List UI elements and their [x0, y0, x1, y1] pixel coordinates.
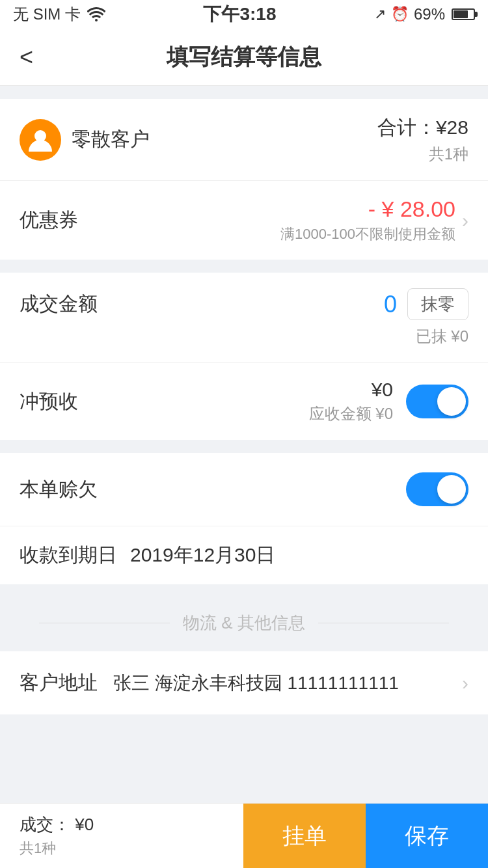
- prereceive-toggle[interactable]: [406, 385, 468, 418]
- debt-toggle-knob: [437, 475, 466, 504]
- hold-button-label: 挂单: [282, 821, 327, 851]
- prereceive-right: ¥0 应收金额 ¥0: [309, 379, 468, 424]
- debt-label: 本单赊欠: [20, 476, 98, 503]
- section-divider-2: [0, 260, 488, 273]
- save-button[interactable]: 保存: [366, 804, 488, 868]
- debt-toggle[interactable]: [406, 472, 468, 506]
- status-left: 无 SIM 卡: [13, 4, 105, 25]
- logistics-label: 物流 & 其他信息: [183, 612, 305, 634]
- toggle-knob: [437, 387, 466, 416]
- logistics-line-left: [39, 623, 170, 623]
- back-button[interactable]: <: [20, 44, 33, 71]
- page-title: 填写结算等信息: [167, 42, 321, 72]
- due-date-label: 收款到期日: [20, 542, 117, 569]
- logistics-line-right: [318, 623, 449, 623]
- debt-section: 本单赊欠: [0, 453, 488, 526]
- customer-summary: 合计：¥28 共1种: [377, 115, 468, 165]
- customer-row: 零散客户 合计：¥28 共1种: [0, 99, 488, 180]
- customer-name: 零散客户: [72, 126, 150, 153]
- transaction-input[interactable]: [345, 291, 397, 318]
- prereceive-info: ¥0 应收金额 ¥0: [309, 379, 393, 424]
- coupon-chevron-icon: ›: [462, 210, 468, 232]
- bottom-bar: 成交： ¥0 共1种 挂单 保存: [0, 803, 488, 868]
- section-divider-4: [0, 584, 488, 597]
- total-count: 共1种: [377, 144, 468, 165]
- coupon-label: 优惠券: [20, 207, 78, 234]
- prereceive-receivable: 应收金额 ¥0: [309, 403, 393, 424]
- prereceive-label: 冲预收: [20, 388, 78, 415]
- section-divider-3: [0, 440, 488, 453]
- status-time: 下午3:18: [203, 2, 276, 27]
- battery-percent: 69%: [414, 5, 445, 23]
- location-icon: ↗: [374, 6, 386, 23]
- bottom-summary: 成交： ¥0 共1种: [0, 804, 243, 868]
- address-chevron-icon: ›: [462, 672, 468, 694]
- transaction-right: 抹零: [345, 288, 468, 320]
- user-icon: [27, 127, 53, 153]
- address-label: 客户地址: [20, 670, 98, 696]
- address-value: 张三 海淀永丰科技园 11111111111: [113, 671, 455, 696]
- alarm-icon: ⏰: [391, 6, 409, 23]
- wifi-icon: [87, 7, 105, 21]
- total-amount: 合计：¥28: [377, 115, 468, 141]
- already-rounded-label: 已抹 ¥0: [416, 327, 468, 345]
- logistics-line: 物流 & 其他信息: [20, 612, 468, 634]
- bottom-deal-count: 共1种: [20, 839, 224, 858]
- due-date-row: 收款到期日 2019年12月30日: [0, 526, 488, 584]
- coupon-amount: - ¥ 28.00: [280, 197, 455, 222]
- coupon-info: - ¥ 28.00 满1000-100不限制使用金额: [280, 197, 455, 244]
- transaction-amount-row: 成交金额 抹零: [20, 288, 468, 320]
- customer-left: 零散客户: [20, 119, 150, 161]
- transaction-section: 成交金额 抹零 已抹 ¥0: [0, 273, 488, 362]
- already-rounded-row: 已抹 ¥0: [20, 325, 468, 347]
- logistics-section: 物流 & 其他信息: [0, 597, 488, 649]
- status-right: ↗ ⏰ 69%: [374, 5, 475, 23]
- address-row[interactable]: 客户地址 张三 海淀永丰科技园 11111111111 ›: [0, 651, 488, 714]
- bottom-spacer: [0, 714, 488, 793]
- save-button-label: 保存: [405, 821, 449, 851]
- round-button[interactable]: 抹零: [407, 288, 468, 320]
- customer-avatar: [20, 119, 61, 161]
- due-date-value: 2019年12月30日: [130, 542, 275, 569]
- transaction-label: 成交金额: [20, 291, 98, 318]
- bottom-deal-label: 成交： ¥0: [20, 813, 224, 836]
- prereceive-amount: ¥0: [309, 379, 393, 401]
- section-divider-1: [0, 86, 488, 99]
- hold-button[interactable]: 挂单: [243, 804, 366, 868]
- battery-icon: [452, 8, 475, 20]
- nav-bar: < 填写结算等信息: [0, 29, 488, 86]
- carrier-label: 无 SIM 卡: [13, 4, 81, 25]
- status-bar: 无 SIM 卡 下午3:18 ↗ ⏰ 69%: [0, 0, 488, 29]
- coupon-right: - ¥ 28.00 满1000-100不限制使用金额 ›: [280, 197, 468, 244]
- prereceive-row: 冲预收 ¥0 应收金额 ¥0: [0, 362, 488, 440]
- coupon-row[interactable]: 优惠券 - ¥ 28.00 满1000-100不限制使用金额 ›: [0, 180, 488, 260]
- coupon-desc: 满1000-100不限制使用金额: [280, 224, 455, 244]
